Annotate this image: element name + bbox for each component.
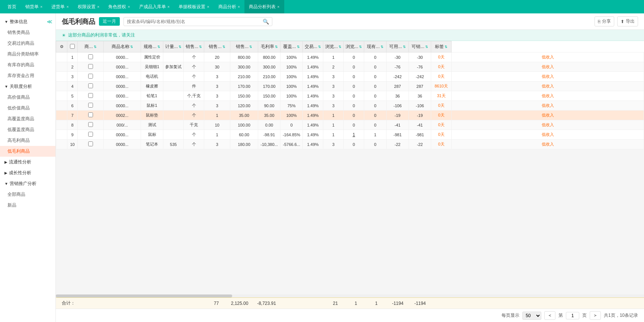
row-checkbox-cell[interactable] bbox=[78, 101, 104, 111]
nav-product-analysis[interactable]: 商品分析 × bbox=[214, 0, 244, 13]
sidebar-item-new-goods[interactable]: 新品 bbox=[0, 200, 55, 211]
transactions-column-header[interactable]: 交易...⇅ bbox=[303, 41, 323, 52]
row-checkbox[interactable] bbox=[88, 112, 93, 117]
nav-sales-order[interactable]: 销货单 × bbox=[21, 0, 47, 13]
sidebar-group-overall-info[interactable]: ▼ 整体信息 bbox=[0, 16, 44, 27]
row-tag-cell: 低收入 bbox=[452, 130, 644, 140]
row-checkbox-cell[interactable] bbox=[78, 82, 104, 91]
row-checkbox-cell[interactable] bbox=[78, 111, 104, 120]
row-checkbox[interactable] bbox=[88, 103, 93, 108]
sidebar-item-low-coverage[interactable]: 低覆盖度商品 bbox=[0, 124, 55, 135]
page-title: 低毛利商品 bbox=[62, 17, 95, 26]
nav-purchase-order[interactable]: 进货单 × bbox=[47, 0, 73, 13]
views1-link[interactable]: 1 bbox=[353, 132, 355, 137]
close-icon[interactable]: × bbox=[207, 4, 209, 9]
row-tag-cell: 低收入 bbox=[452, 82, 644, 91]
row-checkbox[interactable] bbox=[88, 122, 93, 127]
sidebar-item-high-value[interactable]: 高价值商品 bbox=[0, 92, 55, 103]
coverage-column-header[interactable]: 覆盖...⇅ bbox=[281, 41, 303, 52]
sidebar-item-traded-goods[interactable]: 交易过的商品 bbox=[0, 38, 55, 49]
sidebar-item-high-margin[interactable]: 高毛利商品 bbox=[0, 135, 55, 146]
sidebar-group-liquidity[interactable]: ▶ 流通性分析 bbox=[0, 157, 55, 168]
sidebar-group-growth[interactable]: ▶ 成长性分析 bbox=[0, 168, 55, 178]
sidebar-item-category-rate[interactable]: 商品分类助销率 bbox=[0, 49, 55, 60]
row-checkbox-cell[interactable] bbox=[78, 130, 104, 140]
sidebar-item-low-value[interactable]: 低价值商品 bbox=[0, 103, 55, 114]
row-checkbox[interactable] bbox=[88, 64, 93, 69]
row-coverage-cell: 1.49% bbox=[303, 62, 323, 72]
scrollbar-thumb[interactable] bbox=[56, 294, 232, 297]
nav-permission-settings[interactable]: 权限设置 × bbox=[73, 0, 104, 13]
row-checkbox[interactable] bbox=[88, 54, 93, 59]
sidebar-item-low-margin[interactable]: 低毛利商品 bbox=[0, 146, 55, 157]
row-checkbox-cell[interactable] bbox=[78, 62, 104, 72]
horizontal-scrollbar[interactable] bbox=[56, 294, 644, 297]
total-records: 共1页，10条记录 bbox=[604, 312, 638, 319]
row-checkbox-cell[interactable] bbox=[78, 52, 104, 62]
sales-amount-column-header[interactable]: 销售...⇅ bbox=[204, 41, 230, 52]
next-page-button[interactable]: ＞ bbox=[590, 311, 601, 320]
close-icon[interactable]: × bbox=[40, 4, 42, 9]
row-unit-cell: 个 bbox=[184, 101, 204, 111]
sidebar-item-high-coverage[interactable]: 高覆盖度商品 bbox=[0, 114, 55, 124]
name-column-header[interactable]: 商品名称⇅ bbox=[104, 41, 141, 52]
row-transactions-cell: 1 bbox=[323, 111, 344, 120]
row-checkbox-cell[interactable] bbox=[78, 72, 104, 82]
sidebar-item-all-goods[interactable]: 全部商品 bbox=[0, 189, 55, 200]
close-icon[interactable]: × bbox=[66, 4, 68, 9]
unit-column-header[interactable]: 计量...⇅ bbox=[163, 41, 184, 52]
current-stock-column-header[interactable]: 现有...⇅ bbox=[364, 41, 387, 52]
nav-finished-goods[interactable]: 产成品入库单 × bbox=[135, 0, 174, 13]
row-views1-cell[interactable]: 1 bbox=[344, 130, 364, 140]
close-icon[interactable]: × bbox=[238, 4, 240, 9]
export-button[interactable]: ⬆ 导出 bbox=[617, 16, 638, 26]
gross-rate-column-header[interactable]: 毛利率⇅ bbox=[258, 41, 281, 52]
page-size-select[interactable]: 50 100 200 bbox=[522, 312, 541, 320]
checkbox-column-header[interactable] bbox=[67, 41, 78, 52]
nav-role-auth[interactable]: 角色授权 × bbox=[104, 0, 134, 13]
close-icon[interactable]: × bbox=[128, 4, 130, 9]
sidebar-collapse-button[interactable]: ≪ bbox=[45, 18, 54, 25]
row-checkbox-cell[interactable] bbox=[78, 140, 104, 149]
search-input[interactable] bbox=[127, 19, 263, 24]
views2-column-header[interactable]: 浏览...⇅ bbox=[344, 41, 364, 52]
code-column-header[interactable]: 商...⇅ bbox=[78, 41, 104, 52]
share-button[interactable]: ⎘ 分享 bbox=[595, 16, 614, 26]
search-icon[interactable]: 🔍 bbox=[263, 19, 269, 25]
table-row: 9 0000... 鼠标 个 1 60.00 -98.91 -164.85% 1… bbox=[56, 130, 644, 140]
sales-profit-column-header[interactable]: 销售...⇅ bbox=[230, 41, 258, 52]
row-checkbox[interactable] bbox=[88, 132, 93, 137]
row-checkbox-cell[interactable] bbox=[78, 91, 104, 101]
sidebar-item-stock-capital[interactable]: 库存资金占用 bbox=[0, 70, 55, 81]
nav-template-settings[interactable]: 单据模板设置 × bbox=[174, 0, 214, 13]
row-sales-qty-cell: 3 bbox=[204, 101, 230, 111]
row-checkbox[interactable] bbox=[88, 93, 93, 98]
views1-column-header[interactable]: 浏览...⇅ bbox=[323, 41, 344, 52]
sidebar-item-sales-goods[interactable]: 销售类商品 bbox=[0, 27, 55, 38]
prev-page-button[interactable]: ＜ bbox=[544, 311, 555, 320]
row-sales-profit-cell: 210.00 bbox=[258, 72, 281, 82]
row-name-cell: 测试 bbox=[141, 120, 163, 130]
close-icon[interactable]: × bbox=[277, 4, 279, 9]
close-icon[interactable]: × bbox=[167, 4, 170, 9]
spec-column-header[interactable]: 规格...⇅ bbox=[141, 41, 163, 52]
row-checkbox-cell[interactable] bbox=[78, 120, 104, 130]
row-checkbox[interactable] bbox=[88, 74, 93, 79]
sales-qty-column-header[interactable]: 销售...⇅ bbox=[184, 41, 204, 52]
sidebar-item-in-stock[interactable]: 有库存的商品 bbox=[0, 60, 55, 70]
nav-product-analysis-list[interactable]: 商品分析列表 × bbox=[244, 0, 284, 13]
row-spec-cell bbox=[163, 72, 184, 82]
sidebar-group-marketing[interactable]: ▼ 营销推广分析 bbox=[0, 178, 55, 189]
close-icon[interactable]: × bbox=[97, 4, 99, 9]
saleable-column-header[interactable]: 可销...⇅ bbox=[409, 41, 431, 52]
available-column-header[interactable]: 可用...⇅ bbox=[387, 41, 409, 52]
page-input[interactable] bbox=[566, 312, 579, 319]
select-all-checkbox[interactable] bbox=[70, 44, 75, 49]
row-checkbox[interactable] bbox=[88, 141, 93, 146]
settings-column-header[interactable]: ⚙ bbox=[56, 41, 67, 52]
tag-column-header[interactable]: 标签⇅ bbox=[431, 41, 452, 52]
row-checkbox[interactable] bbox=[88, 83, 93, 88]
date-filter-button[interactable]: 近一月 bbox=[99, 17, 120, 26]
sidebar-group-relevance[interactable]: ▼ 关联度分析 bbox=[0, 81, 55, 92]
nav-home[interactable]: 首页 bbox=[3, 0, 21, 13]
